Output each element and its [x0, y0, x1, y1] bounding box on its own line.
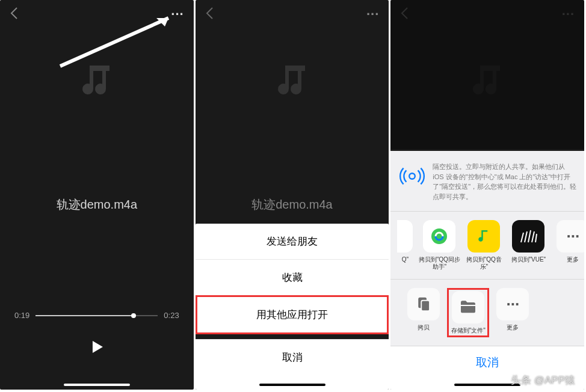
app-label: 拷贝到"QQ音乐" — [463, 256, 505, 271]
screen-action-sheet: ··· 轨迹demo.m4a 发送给朋友 收藏 用其他应用打开 取消 — [196, 0, 389, 390]
music-note-icon — [75, 60, 119, 103]
airdrop-section[interactable]: 隔空投送。立即与附近的人共享。如果他们从 iOS 设备的"控制中心"或 Mac … — [390, 157, 584, 212]
action-save-to-files[interactable]: 存储到"文件" — [447, 288, 489, 337]
action-sheet: 发送给朋友 收藏 用其他应用打开 取消 — [196, 224, 389, 390]
watermark: 头条 @APP猿 — [511, 373, 575, 387]
topbar: ··· — [196, 0, 389, 24]
app-row: Q" 拷贝到"QQ同步助手" 拷贝到"QQ音乐" — [390, 212, 584, 280]
action-row: 拷贝 存储到"文件" ··· 更多 — [390, 280, 584, 346]
app-label: Q" — [402, 256, 409, 263]
action-label: 存储到"文件" — [451, 327, 486, 334]
airdrop-icon — [398, 162, 427, 191]
content-area: 轨迹demo.m4a — [0, 24, 194, 213]
filename-label: 轨迹demo.m4a — [57, 197, 138, 213]
action-more[interactable]: ··· 更多 — [492, 288, 534, 337]
back-icon[interactable] — [205, 7, 214, 23]
topbar: ··· — [0, 0, 194, 24]
menu-send-to-friend[interactable]: 发送给朋友 — [196, 224, 389, 259]
menu-open-with-other[interactable]: 用其他应用打开 — [196, 295, 389, 334]
app-qq-sync[interactable]: 拷贝到"QQ同步助手" — [418, 220, 460, 271]
app-partial[interactable]: Q" — [394, 220, 416, 271]
more-icon[interactable]: ··· — [366, 7, 379, 22]
home-indicator[interactable] — [259, 384, 325, 386]
play-button[interactable] — [87, 337, 107, 360]
share-sheet: 隔空投送。立即与附近的人共享。如果他们从 iOS 设备的"控制中心"或 Mac … — [390, 151, 584, 390]
dim-overlay — [390, 0, 584, 149]
content-area: 轨迹demo.m4a — [196, 24, 389, 213]
filename-label: 轨迹demo.m4a — [251, 197, 333, 213]
app-vue[interactable]: 拷贝到"VUE" — [507, 220, 549, 271]
airdrop-description: 隔空投送。立即与附近的人共享。如果他们从 iOS 设备的"控制中心"或 Mac … — [433, 162, 577, 201]
menu-cancel[interactable]: 取消 — [196, 339, 389, 375]
svg-rect-5 — [422, 301, 430, 311]
progress-knob[interactable] — [131, 313, 136, 318]
app-qq-music[interactable]: 拷贝到"QQ音乐" — [463, 220, 505, 271]
progress-fill — [35, 315, 133, 316]
menu-favorite[interactable]: 收藏 — [196, 259, 389, 295]
app-label: 拷贝到"VUE" — [511, 256, 546, 263]
svg-point-3 — [431, 228, 447, 244]
screen-player: ··· 轨迹demo.m4a 0:19 0:23 — [0, 0, 194, 390]
progress-row: 0:19 0:23 — [0, 311, 194, 320]
progress-track[interactable] — [35, 315, 158, 316]
app-label: 更多 — [567, 256, 579, 263]
app-label: 拷贝到"QQ同步助手" — [418, 256, 460, 271]
player-controls: 0:19 0:23 — [0, 311, 194, 360]
current-time: 0:19 — [14, 311, 29, 320]
action-copy[interactable]: 拷贝 — [402, 288, 445, 337]
screen-share-sheet: ··· 隔空投送。立即与附近的人共享。如果他们从 iOS 设备的"控制中心"或 … — [390, 0, 584, 390]
svg-point-2 — [410, 173, 416, 179]
action-label: 拷贝 — [418, 324, 430, 331]
back-icon[interactable] — [10, 7, 18, 23]
svg-rect-6 — [461, 305, 475, 306]
duration: 0:23 — [164, 311, 179, 320]
action-label: 更多 — [507, 324, 519, 331]
home-indicator[interactable] — [64, 384, 130, 386]
more-icon[interactable]: ··· — [171, 7, 184, 22]
app-more[interactable]: ··· 更多 — [552, 220, 584, 271]
music-note-icon — [271, 60, 314, 103]
